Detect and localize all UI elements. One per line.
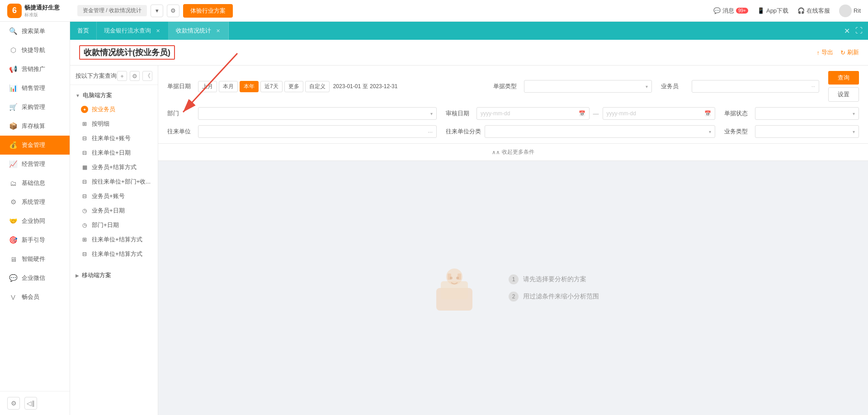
app-logo-icon: 6 <box>7 4 22 18</box>
settings-footer-btn[interactable]: ⚙ <box>7 397 20 410</box>
enterprise-icon: 🤝 <box>9 217 17 225</box>
dots-icon[interactable]: ··· <box>428 128 433 135</box>
empty-state: 1 请先选择要分析的方案 2 用过滤条件来缩小分析范围 <box>158 161 868 415</box>
chevron-down-icon-4: ▾ <box>853 111 855 116</box>
scheme-panel-actions: + ⚙ 《 <box>117 71 152 81</box>
basic-icon: 🗂 <box>9 179 17 187</box>
sidebar-item-enterprise[interactable]: 🤝 企业协同 <box>0 212 70 231</box>
filter-biz-type-item: 业务类型 ▾ <box>724 125 859 138</box>
sidebar-item-finance[interactable]: 💰 资金管理 <box>0 136 70 155</box>
table3-icon: ⊟ <box>81 178 88 185</box>
date-label: 单据日期 <box>167 82 194 90</box>
export-btn[interactable]: ↑ 导出 <box>817 48 834 57</box>
sidebar-item-search[interactable]: 🔍 搜索菜单 <box>0 22 70 41</box>
query-button[interactable]: 查询 <box>828 71 859 85</box>
sidebar-item-basic[interactable]: 🗂 基础信息 <box>0 174 70 193</box>
sidebar-item-member[interactable]: V 畅会员 <box>0 288 70 307</box>
empty-illustration <box>427 261 481 315</box>
chart-icon: ▦ <box>81 164 88 171</box>
user-area[interactable]: Rit <box>839 5 861 17</box>
date-dash: — <box>593 110 599 117</box>
filter-settings-btn[interactable]: 设置 <box>828 87 859 102</box>
scheme-item-partner-settle2[interactable]: ⊟ 往来单位+结算方式 <box>70 247 158 261</box>
empty-tip-2: 2 用过滤条件来缩小分析范围 <box>509 292 599 302</box>
shortcut-last-month[interactable]: 上月 <box>198 81 217 92</box>
tab-close-bank-flow[interactable]: ✕ <box>155 28 161 34</box>
breadcrumb-dropdown[interactable]: ▾ <box>151 5 163 17</box>
scheme-item-partner-settle1[interactable]: ⊞ 往来单位+结算方式 <box>70 232 158 247</box>
tab-expand-btn[interactable]: ⛶ <box>855 27 863 35</box>
desktop-scheme-group: ▼ 电脑端方案 ✦ 按业务员 ⊞ 按明细 ⊟ 往来单位+账号 <box>70 85 158 265</box>
content-wrapper: 收款情况统计(按业务员) ↑ 导出 ↻ 刷新 按以下方案查询 + <box>70 40 868 415</box>
audit-date-start-input[interactable]: yyyy-mm-dd 📅 <box>476 107 590 120</box>
tab-close-receipt-stats[interactable]: ✕ <box>215 28 221 34</box>
scheme-item-partner-account[interactable]: ⊟ 往来单位+账号 <box>70 131 158 146</box>
system-icon: ⚙ <box>9 198 17 206</box>
scheme-item-salesperson-settle[interactable]: ▦ 业务员+结算方式 <box>70 160 158 174</box>
partner-category-select[interactable]: ▾ <box>485 125 715 138</box>
grid2-icon: ⊞ <box>81 236 88 243</box>
settings-icon[interactable]: ⚙ <box>167 5 179 17</box>
sidebar-item-marketing[interactable]: 📢 营销推广 <box>0 60 70 79</box>
sidebar-item-system[interactable]: ⚙ 系统管理 <box>0 193 70 212</box>
scheme-item-partner-dept-receipt[interactable]: ⊟ 按往来单位+部门+收... <box>70 174 158 189</box>
table5-icon: ⊟ <box>81 250 88 258</box>
sidebar-item-inventory[interactable]: 📦 库存核算 <box>0 117 70 136</box>
biz-type-select[interactable]: ▾ <box>755 125 859 138</box>
operations-icon: 📈 <box>9 160 17 168</box>
add-scheme-btn[interactable]: + <box>117 71 127 81</box>
collapse-btn-row: ∧∧ 收起更多条件 <box>158 144 868 161</box>
sidebar-item-wechat[interactable]: 💬 企业微信 <box>0 269 70 288</box>
app-download-btn[interactable]: 📱 App下载 <box>757 7 788 15</box>
shortcut-more[interactable]: 更多 <box>284 81 303 92</box>
desktop-group-header[interactable]: ▼ 电脑端方案 <box>70 89 158 102</box>
scheme-item-by-salesperson[interactable]: ✦ 按业务员 <box>70 102 158 117</box>
collapse-scheme-btn[interactable]: 《 <box>142 71 152 81</box>
dept-select[interactable]: ▾ <box>198 107 437 120</box>
audit-date-end-input[interactable]: yyyy-mm-dd 📅 <box>603 107 716 120</box>
refresh-icon: ↻ <box>840 49 845 56</box>
filter-doc-type-item: 单据类型 ▾ <box>493 80 652 93</box>
mobile-group-header[interactable]: ▶ 移动端方案 <box>70 269 158 282</box>
scheme-item-by-detail[interactable]: ⊞ 按明细 <box>70 117 158 131</box>
shortcut-this-year[interactable]: 本年 <box>240 81 259 92</box>
sidebar-item-guide[interactable]: 🎯 新手引导 <box>0 231 70 250</box>
date-shortcuts: 上月 本月 本年 近7天 更多 自定义 2023-01-01 至 2023-12… <box>198 81 484 92</box>
user-name: Rit <box>854 7 861 14</box>
grid-icon: ⊞ <box>81 120 88 127</box>
shortcut-this-month[interactable]: 本月 <box>219 81 238 92</box>
headset-icon: 🎧 <box>797 7 805 14</box>
doc-status-select[interactable]: ▾ <box>755 107 859 120</box>
collapse-sidebar-btn[interactable]: ◁∥ <box>24 397 37 410</box>
shortcut-custom[interactable]: 自定义 <box>305 81 330 92</box>
tab-bar-right: ✕ ⛶ <box>839 22 868 40</box>
top-header: 6 畅捷通好生意 标准版 资金管理 / 收款情况统计 ▾ ⚙ 体验行业方案 💬 … <box>0 0 868 22</box>
sidebar-item-purchase[interactable]: 🛒 采购管理 <box>0 98 70 117</box>
sidebar-item-sales[interactable]: 📊 销售管理 <box>0 79 70 98</box>
online-service-btn[interactable]: 🎧 在线客服 <box>797 7 830 15</box>
tab-receipt-stats[interactable]: 收款情况统计 ✕ <box>169 22 229 40</box>
marketing-icon: 📢 <box>9 65 17 73</box>
trial-button[interactable]: 体验行业方案 <box>183 4 233 18</box>
scheme-item-salesperson-date[interactable]: ◷ 业务员+日期 <box>70 203 158 218</box>
collapse-more-btn[interactable]: ∧∧ 收起更多条件 <box>492 148 534 156</box>
doc-type-select[interactable]: ▾ <box>524 80 652 93</box>
tab-bank-flow[interactable]: 现金银行流水查询 ✕ <box>97 22 169 40</box>
person-icon: ✦ <box>81 106 88 113</box>
sidebar-item-operations[interactable]: 📈 经营管理 <box>0 155 70 174</box>
refresh-btn[interactable]: ↻ 刷新 <box>840 48 859 57</box>
salesperson-select[interactable]: ··· <box>692 80 820 93</box>
scheme-item-salesperson-account[interactable]: ⊟ 业务员+账号 <box>70 189 158 203</box>
partner-select[interactable]: ··· <box>198 125 437 138</box>
shortcut-last7[interactable]: 近7天 <box>260 81 283 92</box>
scheme-settings-btn[interactable]: ⚙ <box>130 71 140 81</box>
tab-close-all-btn[interactable]: ✕ <box>844 27 850 35</box>
page-header: 收款情况统计(按业务员) ↑ 导出 ↻ 刷新 <box>70 40 868 66</box>
guide-icon: 🎯 <box>9 236 17 244</box>
tab-home[interactable]: 首页 <box>70 22 97 40</box>
scheme-item-partner-date[interactable]: ⊟ 往来单位+日期 <box>70 146 158 160</box>
scheme-item-dept-date[interactable]: ◷ 部门+日期 <box>70 218 158 232</box>
sidebar-item-shortcut[interactable]: ⬡ 快捷导航 <box>0 41 70 60</box>
message-btn[interactable]: 💬 消息 99+ <box>713 7 748 15</box>
sidebar-item-hardware[interactable]: 🖥 智能硬件 <box>0 250 70 269</box>
